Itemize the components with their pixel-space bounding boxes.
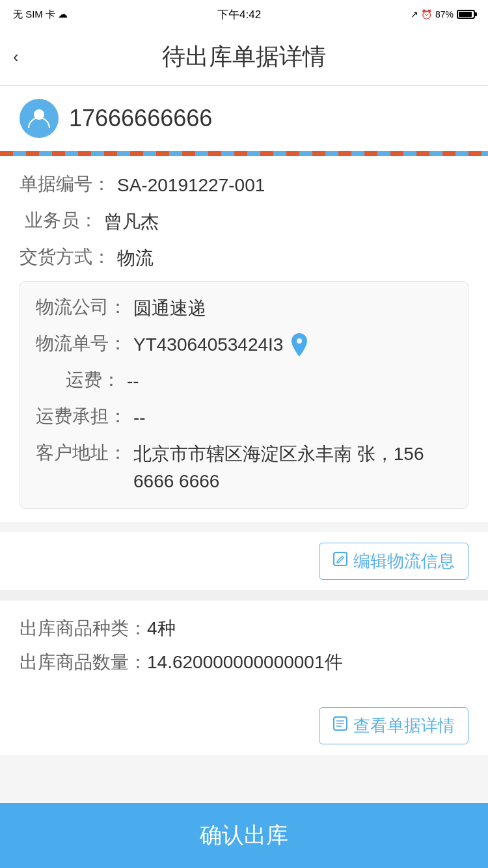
delivery-value: 物流 [117, 245, 468, 272]
document-number-value: SA-20191227-001 [117, 172, 468, 199]
product-types-value: 4种 [147, 616, 176, 641]
status-right: ↗ ⏰ 87% [411, 9, 475, 20]
freight-bear-label: 运费承担： [36, 404, 133, 429]
freight-label: 运费： [36, 368, 127, 392]
product-quantity-row: 出库商品数量： 14.620000000000001件 [20, 650, 468, 675]
document-info-section: 单据编号： SA-20191227-001 业务员： 曾凡杰 交货方式： 物流 … [0, 156, 488, 522]
address-label: 客户地址： [36, 441, 133, 465]
confirm-label: 确认出库 [200, 821, 288, 850]
status-bar: 无 SIM 卡 ☁ 下午4:42 ↗ ⏰ 87% [0, 0, 488, 29]
logistics-company-label: 物流公司： [36, 295, 133, 319]
status-icons: ↗ ⏰ [411, 9, 432, 20]
logistics-card: 物流公司： 圆通速递 物流单号： YT43064053424I3 运费： -- … [20, 281, 468, 509]
status-time: 下午4:42 [217, 7, 261, 22]
freight-value: -- [127, 368, 452, 395]
logistics-company-row: 物流公司： 圆通速递 [36, 295, 452, 322]
logistics-tracking-value: YT43064053424I3 [133, 331, 452, 359]
edit-logistics-button[interactable]: 编辑物流信息 [319, 543, 468, 580]
edit-logistics-area: 编辑物流信息 [0, 532, 488, 590]
freight-bear-value: -- [133, 404, 452, 431]
location-icon[interactable] [290, 333, 309, 357]
address-row: 客户地址： 北京市市辖区海淀区永丰南 张，156 6666 6666 [36, 441, 452, 495]
products-section: 出库商品种类： 4种 出库商品数量： 14.620000000000001件 [0, 601, 488, 697]
sim-status: 无 SIM 卡 ☁ [13, 8, 68, 21]
view-detail-label: 查看单据详情 [353, 714, 455, 737]
battery-percent: 87% [435, 9, 454, 20]
sales-person-row: 业务员： 曾凡杰 [20, 208, 468, 236]
customer-row: 17666666666 [0, 86, 488, 151]
product-types-row: 出库商品种类： 4种 [20, 616, 468, 641]
battery-icon [457, 10, 475, 19]
view-detail-button[interactable]: 查看单据详情 [319, 707, 468, 744]
logistics-tracking-row: 物流单号： YT43064053424I3 [36, 331, 452, 359]
delivery-label: 交货方式： [20, 245, 117, 269]
address-value: 北京市市辖区海淀区永丰南 张，156 6666 6666 [133, 441, 452, 495]
nav-bar: ‹ 待出库单据详情 [0, 29, 488, 86]
user-avatar-icon [27, 106, 51, 131]
section-divider [0, 590, 488, 601]
confirm-button[interactable]: 确认出库 [0, 803, 488, 868]
detail-icon [332, 716, 348, 736]
edit-icon [332, 551, 348, 571]
logistics-tracking-label: 物流单号： [36, 331, 133, 356]
customer-phone: 17666666666 [69, 105, 212, 132]
edit-logistics-label: 编辑物流信息 [353, 550, 455, 573]
document-number-row: 单据编号： SA-20191227-001 [20, 172, 468, 199]
status-left: 无 SIM 卡 ☁ [13, 8, 68, 21]
freight-row: 运费： -- [36, 368, 452, 395]
view-detail-area: 查看单据详情 [0, 697, 488, 755]
delivery-row: 交货方式： 物流 [20, 245, 468, 272]
dashed-divider [0, 151, 488, 156]
product-quantity-label: 出库商品数量： [20, 650, 147, 675]
sales-person-value: 曾凡杰 [104, 208, 468, 236]
logistics-company-value: 圆通速递 [133, 295, 452, 322]
product-types-label: 出库商品种类： [20, 616, 147, 641]
product-quantity-value: 14.620000000000001件 [147, 650, 343, 675]
sales-person-label: 业务员： [20, 208, 104, 233]
page-title: 待出库单据详情 [42, 41, 446, 73]
document-number-label: 单据编号： [20, 172, 117, 197]
back-button[interactable]: ‹ [13, 47, 42, 67]
avatar [20, 99, 59, 138]
freight-bear-row: 运费承担： -- [36, 404, 452, 431]
